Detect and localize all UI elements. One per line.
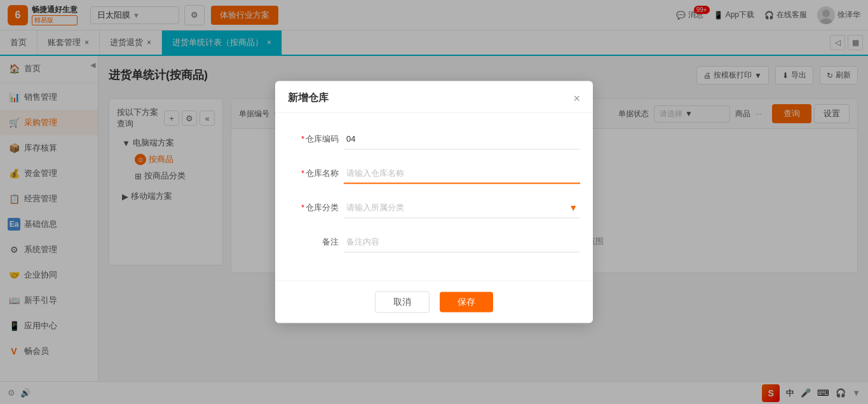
- form-row-code: *仓库编码: [288, 128, 580, 150]
- dialog-header: 新增仓库 ×: [275, 81, 593, 113]
- dialog-close-btn[interactable]: ×: [573, 92, 580, 104]
- category-label: *仓库分类: [288, 202, 339, 213]
- code-label: *仓库编码: [288, 133, 339, 145]
- save-button[interactable]: 保存: [440, 292, 493, 313]
- dialog-title: 新增仓库: [288, 91, 329, 105]
- form-row-remark: 备注: [288, 231, 580, 253]
- add-warehouse-dialog: 新增仓库 × *仓库编码 *仓库名称 *仓库分类 请输入所属分类 ▼: [275, 81, 593, 323]
- dialog-footer: 取消 保存: [275, 281, 593, 323]
- category-select[interactable]: 请输入所属分类 ▼: [344, 197, 580, 219]
- warehouse-name-input[interactable]: [344, 163, 580, 184]
- cancel-button[interactable]: 取消: [375, 292, 430, 313]
- warehouse-code-input[interactable]: [344, 128, 580, 150]
- category-dropdown-icon: ▼: [569, 202, 578, 212]
- remark-label: 备注: [288, 236, 339, 248]
- remark-input[interactable]: [344, 231, 580, 253]
- form-row-name: *仓库名称: [288, 163, 580, 184]
- form-row-category: *仓库分类 请输入所属分类 ▼: [288, 197, 580, 219]
- name-label: *仓库名称: [288, 168, 339, 179]
- dialog-body: *仓库编码 *仓库名称 *仓库分类 请输入所属分类 ▼ 备注: [275, 113, 593, 281]
